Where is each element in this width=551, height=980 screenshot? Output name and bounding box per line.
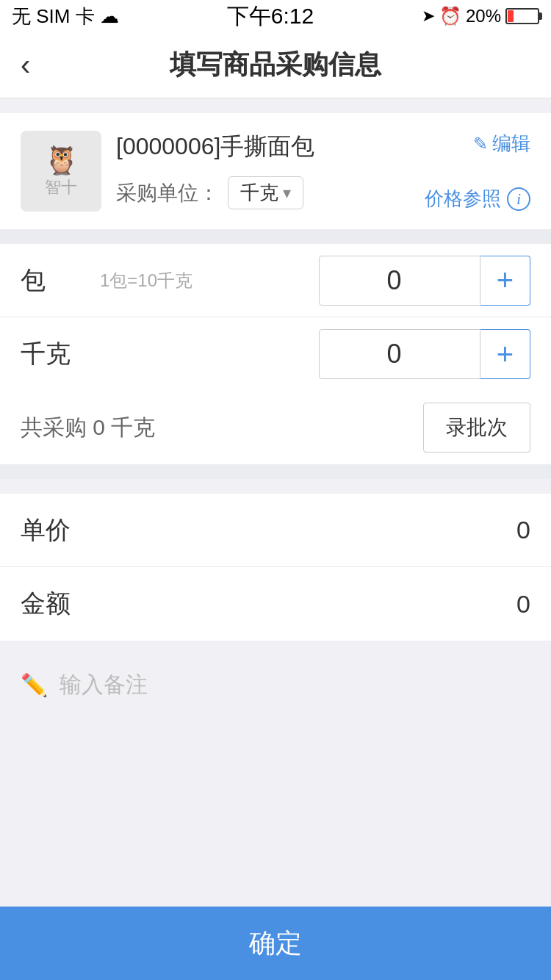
product-name: [0000006]手撕面包 (116, 131, 530, 163)
batch-button[interactable]: 录批次 (423, 403, 530, 453)
note-section[interactable]: ✏️ 输入备注 (0, 641, 551, 729)
bao-plus-button[interactable]: + (480, 256, 530, 306)
section-separator-1 (0, 229, 551, 244)
location-icon: ➤ (422, 7, 435, 26)
total-row: 共采购 0 千克 录批次 (0, 391, 551, 464)
nav-bar: ‹ 填写商品采购信息 (0, 32, 551, 98)
price-ref-button[interactable]: 价格参照 i (425, 186, 530, 212)
unit-label: 采购单位： (116, 179, 219, 207)
status-left: 无 SIM 卡 ☁ (12, 4, 119, 29)
page-title: 填写商品采购信息 (170, 47, 381, 83)
confirm-label: 确定 (249, 926, 302, 962)
kg-plus-button[interactable]: + (480, 329, 530, 379)
amount-label: 金额 (21, 587, 516, 621)
section-separator-2 (0, 464, 551, 479)
info-icon: i (507, 187, 530, 211)
confirm-button[interactable]: 确定 (0, 907, 551, 980)
bao-label: 包 (21, 264, 94, 298)
status-bar: 无 SIM 卡 ☁ 下午6:12 ➤ ⏰ 20% (0, 0, 551, 32)
sim-status: 无 SIM 卡 ☁ (12, 4, 119, 29)
bao-quantity-input[interactable] (319, 256, 480, 306)
kg-quantity-input[interactable] (319, 329, 480, 379)
note-placeholder: 输入备注 (60, 670, 148, 700)
edit-button[interactable]: ✎ 编辑 (473, 131, 530, 156)
bao-input-row: 包 1包=10千克 + (0, 244, 551, 317)
pencil-icon: ✏️ (21, 672, 48, 698)
alarm-icon: ⏰ (439, 6, 461, 26)
status-right: ➤ ⏰ 20% (422, 6, 539, 26)
product-thumb-text: 🦉 智十 (44, 144, 79, 198)
edit-icon: ✎ (473, 134, 488, 154)
status-time: 下午6:12 (227, 1, 314, 32)
chevron-down-icon: ▾ (283, 184, 291, 203)
input-section: 包 1包=10千克 + 千克 + (0, 244, 551, 391)
battery-icon (505, 8, 539, 24)
product-thumbnail: 🦉 智十 (21, 131, 101, 212)
unit-price-value: 0 (516, 516, 530, 544)
kg-input-row: 千克 + (0, 317, 551, 391)
product-card: 🦉 智十 [0000006]手撕面包 采购单位： 千克 ▾ ✎ 编辑 价格参照 … (0, 113, 551, 229)
battery-percent: 20% (466, 6, 501, 26)
unit-price-label: 单价 (21, 514, 516, 547)
amount-row: 金额 0 (0, 567, 551, 641)
total-label: 共采购 0 千克 (21, 413, 155, 443)
unit-price-row: 单价 0 (0, 494, 551, 567)
amount-value: 0 (516, 590, 530, 619)
back-button[interactable]: ‹ (21, 48, 30, 82)
bao-sublabel: 1包=10千克 (100, 269, 192, 292)
kg-label: 千克 (21, 337, 94, 371)
unit-select[interactable]: 千克 ▾ (228, 176, 303, 209)
price-section: 单价 0 金额 0 (0, 494, 551, 641)
